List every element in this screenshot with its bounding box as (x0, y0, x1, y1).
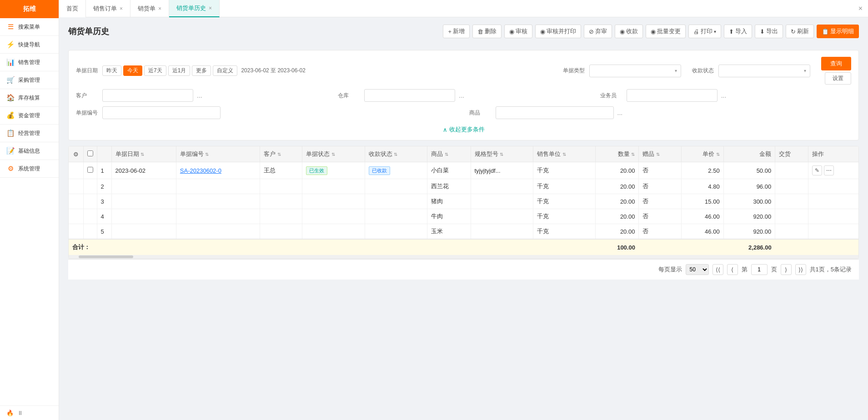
cell-customer (260, 209, 302, 224)
staff-dots[interactable]: ... (721, 92, 727, 99)
sidebar-item-basic-info[interactable]: 📝 基础信息 (0, 142, 59, 160)
select-all-checkbox[interactable] (87, 150, 93, 156)
summary-label: 合计： (69, 239, 111, 255)
add-button[interactable]: + 新增 (443, 25, 470, 38)
sort-price-icon: ⇅ (716, 152, 720, 157)
scrollbar-thumb[interactable] (79, 255, 133, 258)
main-area: 首页 销售订单 × 销货单 × 销货单历史 × × 销货单历史 + 新增 (59, 0, 868, 420)
sidebar-item-sys-mgmt[interactable]: ⚙ 系统管理 (0, 160, 59, 178)
row-checkbox[interactable] (87, 167, 93, 173)
tab-sales-goods[interactable]: 销货单 × (130, 0, 169, 17)
tab-sales-order-close[interactable]: × (120, 0, 123, 17)
tab-sales-order[interactable]: 销售订单 × (86, 0, 130, 17)
collapse-button[interactable]: ∧ 收起更多条件 (76, 124, 851, 135)
total-records-label: 共1页，5条记录 (810, 265, 852, 274)
bottom-icon-1[interactable]: 🔥 (6, 410, 14, 416)
abandon-button[interactable]: ⊘ 弃审 (584, 25, 612, 38)
tab-sales-history[interactable]: 销货单历史 × (169, 0, 220, 17)
collect-button[interactable]: ◉ 收款 (615, 25, 643, 38)
warehouse-dots[interactable]: ... (459, 92, 464, 99)
import-label: 导入 (735, 27, 747, 35)
date-btn-7days[interactable]: 近7天 (144, 65, 166, 76)
sidebar-item-search-menu[interactable]: ☰ 搜索菜单 (0, 18, 59, 36)
warehouse-input[interactable] (364, 89, 455, 102)
tab-home[interactable]: 首页 (59, 0, 86, 17)
collect-icon: ◉ (620, 28, 625, 35)
summary-empty3 (681, 239, 723, 255)
table-header-row: ⚙ 单据日期 ⇅ 单据编号 ⇅ 客户 ⇅ (69, 146, 858, 162)
export-button[interactable]: ⬇ 导出 (755, 25, 783, 38)
content-area: 销货单历史 + 新增 🗑 删除 ◉ 审核 ◉ 审核并打印 (59, 17, 868, 420)
sidebar-item-sales-mgmt[interactable]: 📊 销售管理 (0, 54, 59, 71)
sidebar-item-purchase-mgmt[interactable]: 🛒 采购管理 (0, 71, 59, 89)
date-btn-1month[interactable]: 近1月 (168, 65, 191, 76)
date-btn-custom[interactable]: 自定义 (213, 65, 237, 76)
page-number-input[interactable] (751, 264, 768, 275)
sidebar-item-finance-mgmt[interactable]: 💰 资金管理 (0, 107, 59, 125)
batch-change-button[interactable]: ◉ 批量变更 (646, 25, 686, 38)
sidebar-item-ops-mgmt[interactable]: 📋 经营管理 (0, 125, 59, 142)
customer-dots[interactable]: ... (197, 92, 202, 99)
cell-spec (471, 209, 533, 224)
summary-empty2 (639, 239, 681, 255)
more-action-button[interactable]: ⋯ (824, 165, 834, 175)
customer-input[interactable] (102, 89, 193, 102)
col-unit[interactable]: 销售单位 ⇅ (533, 146, 595, 162)
payment-select[interactable]: ▾ (718, 65, 810, 77)
sidebar-item-quick-nav[interactable]: ⚡ 快捷导航 (0, 36, 59, 54)
inventory-icon: 🏠 (6, 94, 15, 102)
tab-sales-history-close[interactable]: × (209, 0, 212, 17)
delete-button[interactable]: 🗑 删除 (472, 25, 502, 38)
col-doc-no[interactable]: 单据编号 ⇅ (176, 146, 260, 162)
col-price[interactable]: 单价 ⇅ (681, 146, 723, 162)
cell-check (83, 179, 97, 194)
col-doc-status[interactable]: 单据状态 ⇅ (302, 146, 365, 162)
goods-input[interactable] (496, 106, 614, 119)
date-btn-yesterday[interactable]: 昨天 (102, 65, 121, 76)
review-button[interactable]: ◉ 审核 (504, 25, 532, 38)
bottom-icon-2[interactable]: ⏸ (17, 410, 23, 416)
last-page-button[interactable]: ⟩⟩ (795, 264, 806, 275)
next-page-button[interactable]: ⟩ (781, 264, 792, 275)
cell-check (83, 162, 97, 179)
tab-sales-goods-close[interactable]: × (158, 0, 161, 17)
edit-action-button[interactable]: ✎ (812, 165, 822, 175)
print-button[interactable]: 🖨 打印 ▾ (688, 25, 721, 38)
type-select[interactable]: ▾ (589, 65, 681, 77)
col-pay-status[interactable]: 收款状态 ⇅ (365, 146, 427, 162)
date-btn-more[interactable]: 更多 (192, 65, 211, 76)
goods-dots[interactable]: ... (617, 109, 623, 116)
review-print-button[interactable]: ◉ 审核并打印 (535, 25, 581, 38)
col-date[interactable]: 单据日期 ⇅ (111, 146, 176, 162)
sidebar-item-inventory[interactable]: 🏠 库存核算 (0, 89, 59, 107)
doc-no-link[interactable]: SA-20230602-0 (180, 167, 221, 174)
doc-no-input[interactable] (102, 106, 221, 119)
window-close-button[interactable]: × (853, 5, 868, 13)
refresh-label: 刷新 (797, 27, 809, 35)
col-goods[interactable]: 商品 ⇅ (427, 146, 471, 162)
refresh-button[interactable]: ↻ 刷新 (786, 25, 814, 38)
basic-info-icon: 📝 (6, 147, 15, 155)
col-spec[interactable]: 规格型号 ⇅ (471, 146, 533, 162)
sort-spec-icon: ⇅ (500, 152, 503, 157)
query-button[interactable]: 查询 (821, 57, 851, 70)
per-page-select[interactable]: 50 100 200 (686, 264, 709, 275)
cell-check (83, 194, 97, 209)
first-page-button[interactable]: ⟨⟨ (712, 264, 723, 275)
show-detail-button[interactable]: 📋 显示明细 (817, 25, 859, 38)
sys-icon: ⚙ (6, 165, 15, 173)
col-gear[interactable]: ⚙ (69, 146, 83, 162)
horizontal-scrollbar[interactable] (69, 255, 858, 259)
prev-page-button[interactable]: ⟨ (727, 264, 738, 275)
date-btn-today[interactable]: 今天 (123, 65, 142, 76)
staff-input[interactable] (627, 89, 717, 102)
set-button[interactable]: 设置 (825, 72, 851, 85)
cell-date (111, 194, 176, 209)
col-qty[interactable]: 数量 ⇅ (596, 146, 639, 162)
col-gift[interactable]: 赠品 ⇅ (639, 146, 681, 162)
import-button[interactable]: ⬆ 导入 (724, 25, 752, 38)
sidebar-bottom: 🔥 ⏸ (0, 405, 59, 420)
cell-pay-status (365, 224, 427, 240)
col-customer[interactable]: 客户 ⇅ (260, 146, 302, 162)
cell-unit: 千克 (533, 224, 595, 240)
